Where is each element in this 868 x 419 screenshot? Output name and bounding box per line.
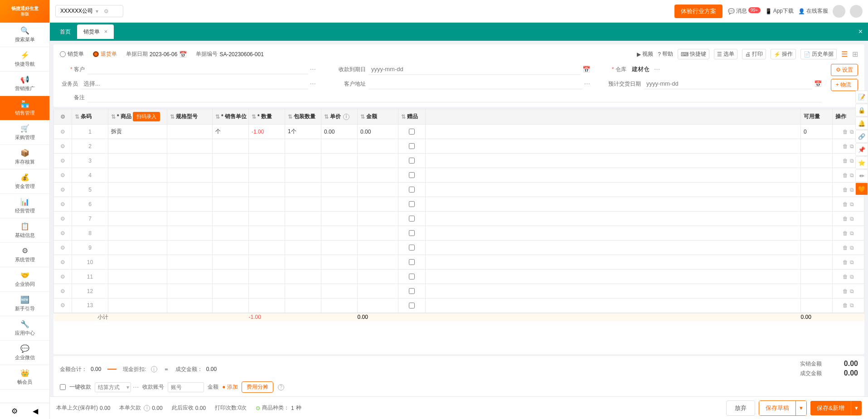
row-unit[interactable]	[213, 226, 249, 241]
company-selector[interactable]: XXXXXX公司 ▾ ⚙	[55, 5, 123, 17]
row-gift[interactable]	[398, 197, 426, 212]
row-gift[interactable]	[398, 299, 426, 313]
add-btn[interactable]: ● 添加	[222, 383, 238, 391]
row-remark[interactable]	[426, 183, 801, 197]
row-remark[interactable]	[426, 255, 801, 270]
row-gift[interactable]	[398, 284, 426, 299]
row-qty[interactable]	[249, 226, 285, 241]
table-scroll-container[interactable]: ⚙ ⇅条码 ⇅ * 商品 扫码录入 ⇅规格型号 ⇅* 销售单位	[53, 109, 864, 354]
sidebar-item-sales[interactable]: 🏪销售管理	[0, 96, 49, 120]
row-delete-icon[interactable]: 🗑	[843, 216, 848, 222]
salesperson-input[interactable]	[81, 78, 308, 89]
sidebar-item-purchase[interactable]: 🛒采购管理	[0, 120, 49, 145]
row-gift[interactable]	[398, 226, 426, 241]
row-unit[interactable]	[213, 212, 249, 226]
row-delete-icon[interactable]: 🗑	[843, 288, 848, 294]
payment-method-input[interactable]	[95, 382, 131, 392]
row-unit[interactable]: 个	[213, 125, 249, 139]
row-remark[interactable]	[426, 270, 801, 284]
gift-checkbox[interactable]	[409, 187, 415, 193]
row-pkg[interactable]	[285, 154, 321, 168]
row-remark[interactable]	[426, 284, 801, 299]
row-spec[interactable]	[167, 125, 213, 139]
row-unit[interactable]	[213, 139, 249, 154]
sidebar-item-quick-nav[interactable]: ⚡快捷导航	[0, 47, 49, 72]
view-toggle-list[interactable]: ☰	[841, 50, 848, 58]
logistics-button[interactable]: + 物流	[831, 79, 858, 91]
row-spec[interactable]	[167, 139, 213, 154]
sidebar-item-wechat[interactable]: 💬企业微信	[0, 341, 49, 365]
sidebar-collapse-icon[interactable]: ◀	[33, 407, 38, 415]
row-unit[interactable]	[213, 183, 249, 197]
help-link[interactable]: ? 帮助	[658, 50, 673, 58]
row-qty[interactable]	[249, 270, 285, 284]
row-copy-icon[interactable]: ⧉	[850, 302, 854, 308]
row-qty[interactable]	[249, 284, 285, 299]
float-item-2[interactable]: 🔒	[855, 104, 868, 116]
row-pkg[interactable]	[285, 226, 321, 241]
row-delete-icon[interactable]: 🗑	[843, 143, 848, 149]
customer-more-icon[interactable]: ···	[310, 65, 316, 73]
save-new-button[interactable]: 保存&新增	[810, 401, 851, 415]
delivery-cal-icon[interactable]: 📅	[814, 80, 822, 87]
row-remark[interactable]	[426, 139, 801, 154]
gift-checkbox[interactable]	[409, 158, 415, 164]
row-pkg[interactable]	[285, 255, 321, 270]
row-delete-icon[interactable]: 🗑	[843, 201, 848, 207]
row-unit[interactable]	[213, 284, 249, 299]
row-copy-icon[interactable]: ⧉	[850, 158, 854, 164]
radio-sales-input[interactable]	[60, 51, 66, 57]
float-item-1[interactable]: 📝	[855, 91, 868, 103]
row-remark[interactable]	[426, 154, 801, 168]
row-product[interactable]	[108, 299, 167, 313]
sidebar-item-guide[interactable]: 🆕新手引导	[0, 292, 49, 316]
float-item-7[interactable]: ✏	[855, 169, 868, 182]
sidebar-item-system[interactable]: ⚙系统管理	[0, 243, 49, 267]
row-price[interactable]	[321, 183, 358, 197]
online-service-link[interactable]: 👤 在线客服	[798, 7, 828, 15]
app-download-link[interactable]: 📱 App下载	[765, 7, 794, 15]
save-draft-button[interactable]: 保存草稿	[759, 401, 795, 415]
float-item-3[interactable]: 🔔	[855, 117, 868, 130]
sidebar-item-member[interactable]: 👑畅会员	[0, 365, 49, 390]
row-qty[interactable]: -1.00	[249, 125, 285, 139]
row-amount[interactable]	[358, 212, 398, 226]
customer-addr-more-icon[interactable]: ···	[584, 80, 590, 88]
row-spec[interactable]	[167, 168, 213, 183]
discount-info-icon[interactable]: i	[151, 366, 157, 372]
row-copy-icon[interactable]: ⧉	[850, 129, 854, 135]
warehouse-more-icon[interactable]: ···	[654, 65, 660, 73]
row-amount[interactable]	[358, 241, 398, 255]
row-spec[interactable]	[167, 284, 213, 299]
sidebar-item-apps[interactable]: 🔧应用中心	[0, 316, 49, 341]
row-product[interactable]	[108, 255, 167, 270]
row-remark[interactable]	[426, 168, 801, 183]
row-unit[interactable]	[213, 197, 249, 212]
row-delete-icon[interactable]: 🗑	[843, 245, 848, 251]
view-toggle-grid[interactable]: ⊞	[852, 50, 858, 58]
user-avatar2[interactable]	[850, 5, 863, 18]
float-item-5[interactable]: 📌	[855, 143, 868, 156]
row-copy-icon[interactable]: ⧉	[850, 230, 854, 236]
account-input[interactable]	[168, 382, 204, 392]
row-pkg[interactable]	[285, 270, 321, 284]
row-unit[interactable]	[213, 270, 249, 284]
row-pkg[interactable]: 1个	[285, 125, 321, 139]
row-price[interactable]	[321, 270, 358, 284]
row-price[interactable]	[321, 168, 358, 183]
operate-btn[interactable]: ⚡ 操作	[771, 49, 796, 59]
row-qty[interactable]	[249, 299, 285, 313]
row-spec[interactable]	[167, 241, 213, 255]
message-link[interactable]: 💬 消息 99+	[728, 7, 761, 15]
row-price[interactable]	[321, 139, 358, 154]
row-product[interactable]	[108, 284, 167, 299]
row-qty[interactable]	[249, 197, 285, 212]
row-copy-icon[interactable]: ⧉	[850, 245, 854, 251]
row-delete-icon[interactable]: 🗑	[843, 259, 848, 265]
row-price[interactable]	[321, 226, 358, 241]
row-gift[interactable]	[398, 154, 426, 168]
row-copy-icon[interactable]: ⧉	[850, 274, 854, 280]
row-remark[interactable]	[426, 212, 801, 226]
row-pkg[interactable]	[285, 212, 321, 226]
row-product[interactable]	[108, 197, 167, 212]
